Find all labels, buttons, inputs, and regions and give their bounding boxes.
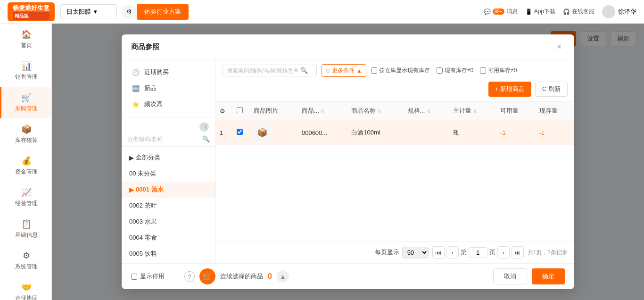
- category-0005[interactable]: 0005 饮料: [122, 246, 215, 262]
- avatar: [602, 5, 615, 18]
- td-stock: -1: [536, 120, 574, 145]
- checkbox-stock-neq0-input[interactable]: [437, 67, 443, 74]
- sidebar-item-basic-info[interactable]: 📋 基础信息: [0, 213, 51, 245]
- per-page-select: 每页显示 50 10 20 100: [375, 247, 429, 258]
- modal-body: 🕐 近期购买 🆕 新品 ⭐ 频次高: [122, 59, 574, 263]
- td-available: -1: [496, 120, 535, 145]
- category-00[interactable]: 00 未分类: [122, 166, 215, 182]
- modal-right-panel: 🔍 ▽ 更多条件 ▲ 按仓库显示现有库存: [216, 59, 574, 263]
- sidebar-item-inventory[interactable]: 📦 库存核算: [0, 118, 51, 150]
- checkbox-available-neq0-input[interactable]: [480, 67, 486, 74]
- home-icon: 🏠: [21, 29, 32, 40]
- last-page-btn[interactable]: ⏭: [512, 246, 524, 258]
- product-table: ⚙ 商品图片 商品... ⇅ 商品名称: [216, 102, 574, 145]
- collapse-panel-btn[interactable]: 《: [199, 122, 209, 132]
- th-code[interactable]: 商品... ⇅: [298, 102, 347, 120]
- modal-close-btn[interactable]: ×: [553, 41, 565, 52]
- category-0002-label: 0002 茶叶: [129, 201, 157, 210]
- show-disabled-input[interactable]: [131, 274, 137, 280]
- gear-btn[interactable]: ⚙: [122, 4, 137, 19]
- service-btn[interactable]: 🎧 在线客服: [563, 8, 594, 16]
- th-settings[interactable]: ⚙: [216, 102, 233, 120]
- checkbox-warehouse[interactable]: 按仓库显示现有库存: [371, 67, 430, 75]
- sidebar-item-enterprise[interactable]: 🤝 企业协同: [0, 276, 51, 300]
- help-icon-btn[interactable]: ?: [184, 271, 195, 282]
- quick-link-frequent[interactable]: ⭐ 频次高: [127, 96, 210, 112]
- arrow-icon-all: ▶: [129, 154, 134, 161]
- app-download-btn[interactable]: 📱 App下载: [525, 8, 555, 16]
- cancel-btn[interactable]: 取消: [493, 268, 527, 284]
- th-checkbox: [233, 102, 250, 120]
- inventory-icon: 📦: [21, 124, 32, 134]
- sidebar-item-system[interactable]: ⚙ 系统管理: [0, 245, 51, 276]
- sidebar-item-finance[interactable]: 💰 资金管理: [0, 150, 51, 182]
- modal-overlay: 商品参照 × 🕐 近期购买 🆕: [52, 24, 644, 300]
- user-menu[interactable]: 徐泽华: [602, 5, 636, 18]
- table-row[interactable]: 1 📦 000600... 白酒100ml 瓶: [216, 120, 574, 145]
- headset-icon: 🎧: [563, 8, 570, 15]
- quick-link-recent[interactable]: 🕐 近期购买: [127, 64, 210, 80]
- cart-icon-btn[interactable]: 🛒: [199, 268, 215, 284]
- first-page-btn[interactable]: ⏮: [432, 246, 445, 258]
- category-0005-label: 0005 饮料: [129, 250, 157, 258]
- store-dropdown[interactable]: 日太阳膜 ▾: [60, 4, 117, 19]
- category-0001[interactable]: ▶ 0001 酒水: [122, 182, 215, 198]
- selected-count: 0: [268, 272, 272, 281]
- service-label: 在线客服: [572, 8, 594, 16]
- product-reference-modal: 商品参照 × 🕐 近期购买 🆕: [122, 34, 574, 289]
- category-0004[interactable]: 0004 零食: [122, 230, 215, 246]
- add-product-btn[interactable]: + 新增商品: [488, 82, 531, 97]
- checkbox-stock-neq0-label: 现有库存≠0: [445, 67, 473, 75]
- search-icon-btn[interactable]: 🔍: [300, 67, 308, 74]
- td-name: 白酒100ml: [347, 120, 404, 145]
- more-filter-btn[interactable]: ▽ 更多条件 ▲: [322, 64, 366, 77]
- trial-btn[interactable]: 体验行业方案: [137, 4, 189, 20]
- th-unit[interactable]: 主计量 ⇅: [449, 102, 496, 120]
- toolbar-right: + 新增商品 C 刷新: [488, 82, 568, 97]
- td-checkbox[interactable]: [233, 120, 250, 145]
- checkbox-stock-neq0[interactable]: 现有库存≠0: [437, 67, 473, 75]
- sidebar-item-sales[interactable]: 📊 销售管理: [0, 55, 51, 87]
- category-0003-label: 0003 水果: [129, 217, 157, 226]
- dropdown-arrow-icon: ▾: [94, 8, 97, 15]
- category-0004-label: 0004 零食: [129, 233, 157, 242]
- th-name[interactable]: 商品名称 ⇅: [347, 102, 404, 120]
- sidebar-item-purchase[interactable]: 🛒 采购管理: [0, 87, 51, 118]
- row-checkbox[interactable]: [237, 129, 243, 135]
- sidebar-item-operations[interactable]: 📈 经营管理: [0, 182, 51, 213]
- collapse-footer-btn[interactable]: ▲: [277, 270, 289, 283]
- product-search-box: 🔍: [223, 65, 317, 76]
- sidebar-item-home[interactable]: 🏠 首页: [0, 24, 51, 55]
- th-spec[interactable]: 规格... ⇅: [404, 102, 450, 120]
- th-name-label: 商品名称: [351, 107, 376, 114]
- per-page-dropdown[interactable]: 50 10 20 100: [402, 247, 429, 258]
- show-disabled-checkbox[interactable]: 显示停用: [131, 272, 165, 281]
- category-0002[interactable]: 0002 茶叶: [122, 198, 215, 214]
- message-icon: 💬: [484, 8, 491, 15]
- checkbox-available-neq0[interactable]: 可用库存≠0: [480, 67, 517, 75]
- checkbox-warehouse-input[interactable]: [371, 67, 377, 74]
- category-all[interactable]: ▶ 全部分类: [122, 150, 215, 166]
- modal-header: 商品参照 ×: [122, 34, 574, 59]
- message-btn[interactable]: 💬 99+ 消息: [484, 8, 518, 16]
- refresh-btn[interactable]: C 刷新: [535, 82, 568, 97]
- product-search-input[interactable]: [227, 67, 297, 74]
- logo-text: 畅捷通好生意: [13, 4, 50, 12]
- page-number-input[interactable]: [469, 247, 487, 258]
- confirm-btn[interactable]: 确定: [532, 268, 565, 284]
- next-page-btn[interactable]: ›: [497, 246, 510, 258]
- select-all-checkbox[interactable]: [237, 107, 243, 113]
- td-index: 1: [216, 120, 233, 145]
- sidebar-label-finance: 资金管理: [15, 168, 38, 176]
- cart-icon: 🛒: [202, 271, 213, 282]
- gear-icon: ⚙: [126, 8, 132, 15]
- category-0003[interactable]: 0003 水果: [122, 214, 215, 230]
- modal-left-panel: 🕐 近期购买 🆕 新品 ⭐ 频次高: [122, 59, 216, 263]
- phone-icon: 📱: [525, 8, 532, 15]
- prev-page-btn[interactable]: ‹: [446, 246, 459, 258]
- search-icon[interactable]: 🔍: [202, 135, 210, 142]
- category-search-input[interactable]: [127, 136, 199, 142]
- finance-icon: 💰: [21, 156, 32, 166]
- quick-link-new[interactable]: 🆕 新品: [127, 80, 210, 96]
- logo[interactable]: 畅捷通好生意 精品版: [8, 2, 55, 21]
